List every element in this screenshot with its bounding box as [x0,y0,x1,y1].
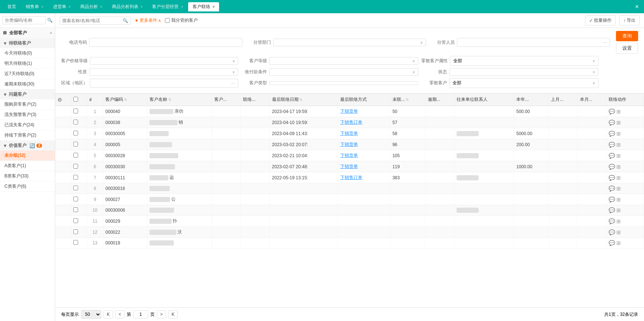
row-checkbox[interactable] [73,197,78,201]
sidebar-all-customers[interactable]: ⊞ 全部客户 « [0,28,55,38]
sidebar-item-tomorrow[interactable]: 明天待联络(1) [0,59,55,69]
tab-purchase[interactable]: 进货单 × [49,2,75,11]
grid-icon[interactable]: ⊞ [616,142,621,148]
close-sales-tab[interactable]: × [41,5,43,9]
th-no-contact[interactable]: 未联... [390,94,425,106]
filter-more-btn[interactable]: ▼ 更多条件 ∧ [134,17,161,24]
td-last-type[interactable]: 下销售订单 [338,117,390,128]
row-checkbox[interactable] [73,240,78,245]
grid-icon[interactable]: ⊞ [616,197,621,202]
last-type-link[interactable]: 下销货单 [340,164,358,169]
chat-icon[interactable]: 💬 [609,175,615,181]
chat-icon[interactable]: 💬 [609,197,615,202]
select-all-checkbox[interactable] [73,97,78,102]
close-analysis-tab[interactable]: × [100,5,102,9]
close-customer-mgmt-tab[interactable]: × [181,5,183,9]
my-customers-checkbox[interactable] [165,18,170,23]
tab-analysis[interactable]: 商品分析 × [76,2,107,11]
td-last-type[interactable]: 下销货单 [338,106,390,117]
td-checkbox[interactable] [71,106,87,117]
row-checkbox[interactable] [73,218,78,223]
td-last-type[interactable] [338,216,390,227]
td-checkbox[interactable] [71,194,87,205]
td-last-type[interactable]: 下销货单 [338,150,390,161]
grid-icon[interactable]: ⊞ [616,229,621,235]
td-checkbox[interactable] [71,139,87,150]
sidebar-group-problem[interactable]: ▼ 问题客户 [0,89,55,99]
td-last-type[interactable] [338,227,390,238]
sidebar-item-today[interactable]: 今天待联络(0) [0,48,55,59]
last-type-link[interactable]: 下销售订单 [340,120,362,125]
sidebar-group-value[interactable]: ▼ 价值客户 🔄 8 [0,141,55,151]
th-settings[interactable]: ⚙ [55,94,71,106]
td-checkbox[interactable] [71,172,87,183]
chat-icon[interactable]: 💬 [609,131,615,137]
chat-icon[interactable]: 💬 [609,153,615,159]
th-code[interactable]: 客户编码 [103,94,147,106]
last-type-link[interactable]: 下销售订单 [340,175,362,180]
td-checkbox[interactable] [71,216,87,227]
sidebar-item-overdue[interactable]: 逾期未联络(30) [0,79,55,89]
th-this-year[interactable]: 本年... [514,94,549,106]
tab-sales[interactable]: 销售单 × [21,2,48,11]
td-last-type[interactable] [338,238,390,248]
batch-op-btn[interactable]: ✓ 批量操作 [585,15,616,25]
next-page-btn[interactable]: > [157,310,166,318]
region-select[interactable]: ··· [90,79,238,88]
td-last-type[interactable]: 下销货单 [338,139,390,150]
th-overdue[interactable]: 逾期... [426,94,454,106]
my-customers-filter[interactable]: 我分管的客户 [165,17,198,24]
sidebar-item-churned[interactable]: 已流失客户(24) [0,120,55,130]
th-name[interactable]: 客户名称 [147,94,212,106]
price-level-select[interactable]: ∨ [90,57,238,65]
td-checkbox[interactable] [71,183,87,194]
chat-icon[interactable]: 💬 [609,164,615,170]
status-select[interactable]: ∨ [449,68,598,76]
row-checkbox[interactable] [73,229,78,234]
chat-icon[interactable]: 💬 [609,207,615,213]
chat-icon[interactable]: 💬 [609,142,615,148]
td-checkbox[interactable] [71,238,87,248]
chat-icon[interactable]: 💬 [609,229,615,235]
row-checkbox[interactable] [73,164,78,169]
first-page-btn[interactable]: K [103,310,113,318]
nature-select[interactable]: ∨ [89,68,238,76]
sidebar-item-class-b[interactable]: B类客户(33) [0,171,55,181]
row-checkbox[interactable] [73,175,78,180]
sidebar-group-pending[interactable]: ▼ 待联络客户 [0,38,55,48]
row-checkbox[interactable] [73,109,78,113]
dept-select[interactable]: ∨ [273,39,426,46]
last-type-link[interactable]: 下销货单 [340,109,358,114]
tab-customer-contact[interactable]: 客户联络 × [188,2,219,11]
sidebar-search-icon[interactable]: 🔍 [47,18,53,23]
grid-icon[interactable]: ⊞ [616,175,621,181]
grid-icon[interactable]: ⊞ [616,240,621,246]
tab-home[interactable]: 首页 [3,2,21,11]
close-purchase-tab[interactable]: × [68,5,71,9]
grid-icon[interactable]: ⊞ [616,164,621,170]
customer-type-select[interactable] [269,81,418,85]
td-checkbox[interactable] [71,128,87,139]
sidebar-item-abnormal[interactable]: 囤购异常客户(2) [0,99,55,110]
th-contact[interactable]: 联络... [241,94,270,106]
th-last-date[interactable]: 最后联络日期 [270,94,338,106]
settings-icon[interactable]: ⚙ [57,97,62,103]
row-checkbox[interactable] [73,153,78,158]
close-analysis-list-tab[interactable]: × [141,5,143,9]
td-last-type[interactable]: 下销售订单 [338,172,390,183]
chat-icon[interactable]: 💬 [609,240,615,246]
td-last-type[interactable]: 下销货单 [338,128,390,139]
row-checkbox[interactable] [73,120,78,124]
grid-icon[interactable]: ⊞ [616,207,621,213]
grid-icon[interactable]: ⊞ [616,153,621,159]
td-last-type[interactable]: 下销货单 [338,161,390,172]
td-checkbox[interactable] [71,161,87,172]
th-last-month[interactable]: 上月... [549,94,577,106]
grid-icon[interactable]: ⊞ [616,218,621,224]
sidebar-item-class-c[interactable]: C类客户(6) [0,181,55,192]
filter-search-icon[interactable]: 🔍 [123,18,128,23]
reset-btn[interactable]: 设置 [616,43,638,54]
sidebar-item-declining[interactable]: 持续下滑客户(2) [0,130,55,141]
row-checkbox[interactable] [73,142,78,147]
th-type[interactable]: 客户... [212,94,240,106]
